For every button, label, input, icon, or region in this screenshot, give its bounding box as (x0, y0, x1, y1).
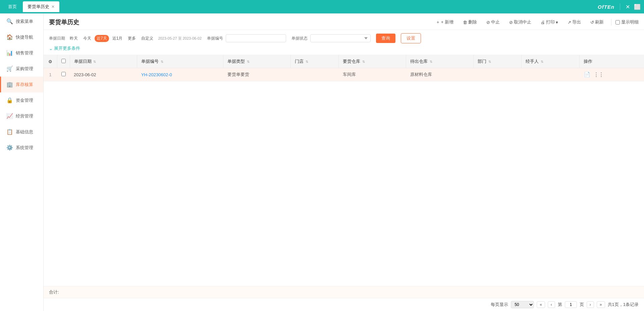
sidebar-item-basic-info[interactable]: 📋 基础信息 (0, 124, 43, 140)
th-doc-no-label: 单据编号 (141, 59, 159, 64)
page-size-select[interactable]: 50 20 100 200 (511, 301, 534, 308)
new-button[interactable]: ＋ + 新增 (432, 17, 457, 27)
cancel-suspend-btn-label: 取消中止 (514, 19, 531, 25)
date-filter-group: 单据日期 昨天 今天 近7天 近1月 更多 自定义 2023-05-27 至 2… (49, 35, 202, 42)
delete-button[interactable]: 🗑 删除 (460, 17, 480, 27)
th-department[interactable]: 部门 ⇅ (474, 55, 522, 68)
th-doc-date[interactable]: 单据日期 ⇅ (70, 55, 137, 68)
sidebar-item-operations-mgmt[interactable]: 📈 经营管理 (0, 108, 43, 124)
tab-home-label: 首页 (8, 4, 17, 10)
refresh-button[interactable]: ↺ 刷新 (587, 17, 607, 27)
print-icon: 🖨 (541, 20, 545, 25)
date-filter-label: 单据日期 (49, 36, 65, 41)
export-button[interactable]: ↗ 导出 (564, 17, 584, 27)
cell-req-warehouse: 车间库 (339, 68, 406, 81)
finance-mgmt-icon: 🔒 (6, 97, 13, 103)
th-doc-no[interactable]: 单据编号 ⇅ (137, 55, 223, 68)
delete-icon: 🗑 (463, 20, 467, 25)
print-button[interactable]: 🖨 打印 ▾ (537, 17, 561, 27)
sort-handler-icon: ⇅ (541, 60, 543, 63)
date-shortcut-7days[interactable]: 近7天 (95, 35, 109, 42)
table-row: 1 2023-06-02 YH-20230602-0 要货单要货 车间库 原材料… (44, 68, 644, 81)
first-page-button[interactable]: « (537, 301, 545, 308)
th-checkbox (57, 55, 70, 68)
sort-doc-no-icon: ⇅ (161, 60, 163, 63)
sidebar-item-inventory-calc[interactable]: 🏢 库存核算 (0, 77, 43, 92)
new-btn-label: + 新增 (441, 19, 453, 25)
th-doc-type[interactable]: 单据类型 ⇅ (223, 55, 291, 68)
th-handler-label: 经手人 (526, 59, 539, 64)
sidebar-item-finance-mgmt[interactable]: 🔒 资金管理 (0, 92, 43, 108)
main-content: 要货单历史 ＋ + 新增 🗑 删除 ⊘ 中止 ⊘ 取消中止 (44, 13, 644, 311)
suspend-button[interactable]: ⊘ 中止 (483, 17, 503, 27)
next-page-button[interactable]: › (587, 301, 594, 308)
sidebar-item-purchase-mgmt[interactable]: 🛒 采购管理 (0, 61, 43, 77)
date-shortcut-yesterday[interactable]: 昨天 (68, 35, 80, 42)
row-num: 1 (44, 68, 57, 81)
th-store[interactable]: 门店 ⇅ (291, 55, 339, 68)
row-more-icon[interactable]: ⋮⋮ (593, 71, 604, 78)
page-size-label: 每页显示 (491, 302, 508, 308)
operations-mgmt-icon: 📈 (6, 113, 13, 119)
main-layout: 🔍 搜索菜单 🏠 快捷导航 📊 销售管理 🛒 采购管理 🏢 库存核算 🔒 资金管… (0, 13, 644, 311)
cell-department (474, 68, 522, 81)
sidebar-item-system-mgmt[interactable]: ⚙️ 系统管理 (0, 140, 43, 156)
page-input[interactable] (565, 301, 577, 308)
tab-home[interactable]: 首页 (3, 1, 21, 12)
brand-logo: OfTEn (598, 4, 614, 10)
select-all-checkbox[interactable] (61, 59, 66, 63)
prev-page-button[interactable]: ‹ (548, 301, 555, 308)
date-shortcut-more[interactable]: 更多 (126, 35, 138, 42)
sidebar-item-quick-nav[interactable]: 🏠 快捷导航 (0, 29, 43, 45)
cell-doc-type: 要货单要货 (223, 68, 291, 81)
cancel-suspend-button[interactable]: ⊘ 取消中止 (506, 17, 535, 27)
th-handler[interactable]: 经手人 ⇅ (522, 55, 579, 68)
sidebar-item-search-menu[interactable]: 🔍 搜索菜单 (0, 13, 43, 29)
query-button[interactable]: 查询 (376, 34, 395, 43)
last-page-button[interactable]: » (597, 301, 605, 308)
data-table: ⚙ 单据日期 ⇅ 单据编号 ⇅ 单据类型 (44, 55, 644, 81)
sidebar-item-basic-info-label: 基础信息 (16, 129, 33, 135)
cancel-suspend-icon: ⊘ (509, 20, 513, 25)
sidebar-item-system-mgmt-label: 系统管理 (16, 145, 33, 151)
doc-no-input[interactable] (226, 34, 286, 42)
show-detail-checkbox-label[interactable]: 显示明细 (615, 19, 639, 25)
settings-button[interactable]: 设置 (401, 33, 421, 43)
date-shortcut-today[interactable]: 今天 (81, 35, 93, 42)
page-header: 要货单历史 ＋ + 新增 🗑 删除 ⊘ 中止 ⊘ 取消中止 (44, 13, 644, 30)
window-maximize-icon[interactable]: ⬜ (634, 4, 641, 10)
cell-pending-warehouse: 原材料仓库 (406, 68, 474, 81)
th-req-warehouse[interactable]: 要货仓库 ⇅ (339, 55, 406, 68)
sort-pending-warehouse-icon: ⇅ (430, 60, 432, 63)
show-detail-checkbox[interactable] (615, 20, 620, 25)
filter-area: 单据日期 昨天 今天 近7天 近1月 更多 自定义 2023-05-27 至 2… (44, 30, 644, 55)
page-title: 要货单历史 (49, 18, 79, 26)
close-tab-icon[interactable]: ✕ (51, 4, 55, 9)
sort-req-warehouse-icon: ⇅ (362, 60, 365, 63)
row-edit-icon[interactable]: 📄 (583, 71, 591, 78)
top-right-area: OfTEn ✕ ⬜ (598, 3, 641, 10)
th-pending-warehouse-label: 待出仓库 (410, 59, 428, 64)
sidebar-item-inventory-calc-label: 库存核算 (16, 82, 33, 88)
date-shortcut-custom[interactable]: 自定义 (139, 35, 155, 42)
date-shortcut-1month[interactable]: 近1月 (110, 35, 125, 42)
sort-department-icon: ⇅ (488, 60, 491, 63)
doc-status-select[interactable] (310, 34, 371, 42)
toolbar: ＋ + 新增 🗑 删除 ⊘ 中止 ⊘ 取消中止 🖨 打印 (432, 17, 639, 27)
refresh-icon: ↺ (590, 20, 594, 25)
sidebar-item-sales-mgmt[interactable]: 📊 销售管理 (0, 45, 43, 61)
expand-more-btn[interactable]: ⌄ 展开更多条件 (49, 45, 639, 51)
expand-more-icon: ⌄ (49, 46, 53, 51)
sidebar-item-operations-mgmt-label: 经营管理 (16, 113, 33, 119)
doc-no-link[interactable]: YH-20230602-0 (141, 72, 172, 77)
show-detail-btn-label: 显示明细 (621, 19, 639, 25)
row-checkbox[interactable] (61, 72, 66, 76)
window-close-icon[interactable]: ✕ (626, 4, 630, 10)
tab-requisition-history[interactable]: 要货单历史 ✕ (23, 1, 59, 12)
tab-requisition-history-label: 要货单历史 (28, 4, 49, 10)
th-settings[interactable]: ⚙ (44, 55, 57, 68)
th-pending-warehouse[interactable]: 待出仓库 ⇅ (406, 55, 474, 68)
th-action-label: 操作 (584, 59, 592, 64)
system-mgmt-icon: ⚙️ (6, 144, 13, 151)
row-checkbox-cell (57, 68, 70, 81)
